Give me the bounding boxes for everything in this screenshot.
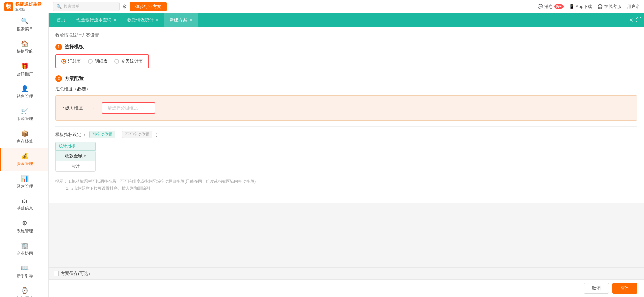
- radio-summary[interactable]: 汇总表: [61, 58, 81, 64]
- sidebar-item-quick-nav[interactable]: 🏠 快捷导航: [0, 36, 48, 58]
- sidebar-item-finance[interactable]: 💰 资金管理: [0, 148, 48, 171]
- download-icon: 📱: [569, 4, 574, 9]
- message-action[interactable]: 💬 消息 99+: [538, 4, 564, 10]
- divider: [55, 126, 637, 127]
- arrow-right-icon: →: [90, 105, 95, 111]
- step2-header: 2 方案配置: [55, 75, 637, 82]
- download-label: App下载: [576, 4, 592, 10]
- radio-detail[interactable]: 明细表: [88, 58, 108, 64]
- search-icon: 🔍: [56, 4, 62, 9]
- sidebar-item-label: 系统管理: [17, 228, 33, 234]
- tip1-text: 1.拖动标题栏可以调整布局，不可跨维度或指标区域拖动栏目字段(只能在同一维度或指…: [68, 179, 256, 184]
- radio-summary-label: 汇总表: [68, 58, 81, 64]
- step1-header: 1 选择模板: [55, 44, 637, 50]
- sidebar-item-purchase[interactable]: 🛒 采购管理: [0, 103, 48, 126]
- tab-bank-flow-close[interactable]: ✕: [113, 18, 116, 22]
- tab-bar-right: ✕ ⛶: [629, 17, 641, 23]
- tab-close-all-icon[interactable]: ✕: [629, 17, 633, 23]
- logo-version: 标准版: [15, 7, 42, 12]
- config-panel: * 纵向维度 → 请选择分组维度: [55, 95, 637, 121]
- step2-title: 方案配置: [65, 76, 84, 82]
- step1-title: 选择模板: [65, 44, 84, 50]
- metrics-header: 模板指标设定（ 可拖动位置 不可拖动位置 ）: [55, 131, 637, 138]
- sidebar-item-system[interactable]: ⚙ 系统管理: [0, 215, 48, 238]
- search-placeholder: 搜索菜单: [64, 4, 80, 9]
- tip2-line: 2.点击标题栏下拉可设置排序、插入列和删除列: [55, 186, 637, 191]
- chart-icon: 📊: [21, 175, 29, 182]
- step2-number: 2: [55, 75, 62, 82]
- service-label: 在线客服: [604, 4, 622, 10]
- logo-name: 畅捷通好生意: [15, 1, 42, 7]
- industry-btn[interactable]: 体验行业方案: [130, 2, 167, 11]
- tab-home-label: 首页: [57, 17, 65, 23]
- chevron-down-icon: ▾: [84, 154, 86, 158]
- tab-collection-stats-close[interactable]: ✕: [156, 18, 159, 22]
- sidebar-item-label: 搜索菜单: [17, 26, 33, 32]
- top-bar: 畅 畅捷通好生意 标准版 🔍 搜索菜单 ⚙ 体验行业方案 💬 消息 99+ 📱 …: [0, 0, 644, 13]
- sidebar-item-enterprise[interactable]: 🏢 企业协同: [0, 238, 48, 260]
- tip-label: 提示： 1.拖动标题栏可以调整布局，不可跨维度或指标区域拖动栏目字段(只能在同一…: [55, 179, 637, 184]
- tag-fixed: 不可拖动位置: [122, 131, 152, 138]
- download-action[interactable]: 📱 App下载: [569, 4, 592, 10]
- query-button[interactable]: 查询: [612, 283, 637, 294]
- bottom-bar: 方案保存(可选): [49, 267, 644, 279]
- message-badge: 99+: [554, 4, 564, 9]
- content-area: 首页 现金银行流水查询 ✕ 收款情况统计 ✕ 新建方案 ✕ ✕ ⛶ 收款情况统计…: [49, 13, 644, 297]
- step1-number: 1: [55, 44, 62, 50]
- sidebar-item-label: 基础信息: [17, 206, 33, 211]
- gift-icon: 🎁: [21, 62, 29, 70]
- tab-collection-stats[interactable]: 收款情况统计 ✕: [122, 13, 164, 27]
- logo-icon: 畅: [4, 2, 13, 11]
- col-title-collection[interactable]: 收款金额 ▾: [56, 151, 95, 161]
- radio-detail-circle: [88, 59, 93, 64]
- cancel-button[interactable]: 取消: [584, 283, 609, 294]
- metrics-close: ）: [156, 132, 160, 138]
- sidebar-item-label: 快捷导航: [17, 49, 33, 54]
- tab-bank-flow-label: 现金银行流水查询: [76, 17, 111, 23]
- search-box[interactable]: 🔍 搜索菜单: [53, 2, 120, 11]
- tab-new-plan-close[interactable]: ✕: [189, 18, 192, 22]
- save-checkbox[interactable]: [54, 271, 59, 276]
- tab-new-plan[interactable]: 新建方案 ✕: [164, 13, 198, 27]
- sidebar-item-basic[interactable]: 🗂 基础信息: [0, 193, 48, 215]
- user-action[interactable]: 用户名: [627, 4, 640, 10]
- radio-cross-circle: [114, 59, 119, 64]
- save-option[interactable]: 方案保存(可选): [54, 270, 90, 277]
- sidebar-item-label: 新手引导: [17, 273, 33, 279]
- save-option-label: 方案保存(可选): [61, 270, 90, 277]
- sidebar-item-search[interactable]: 🔍 搜索菜单: [0, 13, 48, 36]
- radio-detail-label: 明细表: [95, 58, 108, 64]
- service-action[interactable]: 🎧 在线客服: [597, 4, 622, 10]
- row-dim-label: * 纵向维度: [62, 105, 83, 111]
- sidebar-item-label: 库存核算: [17, 139, 33, 144]
- folder-icon: 🗂: [22, 197, 28, 204]
- metrics-table: 收款金额 ▾ 合计: [55, 151, 96, 172]
- tag-draggable: 可拖动位置: [89, 131, 115, 138]
- tab-expand-icon[interactable]: ⛶: [636, 17, 641, 23]
- sidebar-item-sales[interactable]: 👤 销售管理: [0, 81, 48, 103]
- config-section: 汇总维度（必选） * 纵向维度 → 请选择分组维度 模板指标设定（: [55, 86, 637, 191]
- sidebar-item-guide[interactable]: 📖 新手引导: [0, 260, 48, 283]
- service-icon: 🎧: [597, 4, 603, 9]
- home-icon: 🏠: [21, 40, 29, 47]
- radio-cross[interactable]: 交叉统计表: [114, 58, 143, 64]
- sidebar-item-label: 资金管理: [17, 161, 33, 167]
- tab-home[interactable]: 首页: [51, 13, 71, 27]
- settings-icon[interactable]: ⚙: [122, 3, 127, 10]
- watch-icon: ⌚: [21, 287, 29, 294]
- tab-new-plan-label: 新建方案: [170, 17, 187, 23]
- box-icon: 📦: [21, 130, 29, 137]
- dim-select-box[interactable]: 请选择分组维度: [102, 102, 155, 114]
- stat-col: 统计指标 收款金额 ▾ 合计: [55, 142, 96, 172]
- sidebar-item-label: 销售管理: [17, 94, 33, 99]
- tab-bank-flow[interactable]: 现金银行流水查询 ✕: [71, 13, 122, 27]
- sidebar-item-hardware[interactable]: ⌚ 智能硬件: [0, 283, 48, 297]
- sidebar-item-operation[interactable]: 📊 经营管理: [0, 171, 48, 193]
- sidebar-item-marketing[interactable]: 🎁 营销推广: [0, 58, 48, 81]
- radio-group: 汇总表 明细表 交叉统计表: [61, 58, 143, 64]
- sidebar-item-label: 智能硬件: [17, 296, 33, 297]
- top-actions: 💬 消息 99+ 📱 App下载 🎧 在线客服 用户名: [538, 4, 640, 10]
- stat-col-header: 统计指标: [55, 142, 96, 151]
- sidebar-item-inventory[interactable]: 📦 库存核算: [0, 126, 48, 148]
- message-icon: 💬: [538, 4, 543, 9]
